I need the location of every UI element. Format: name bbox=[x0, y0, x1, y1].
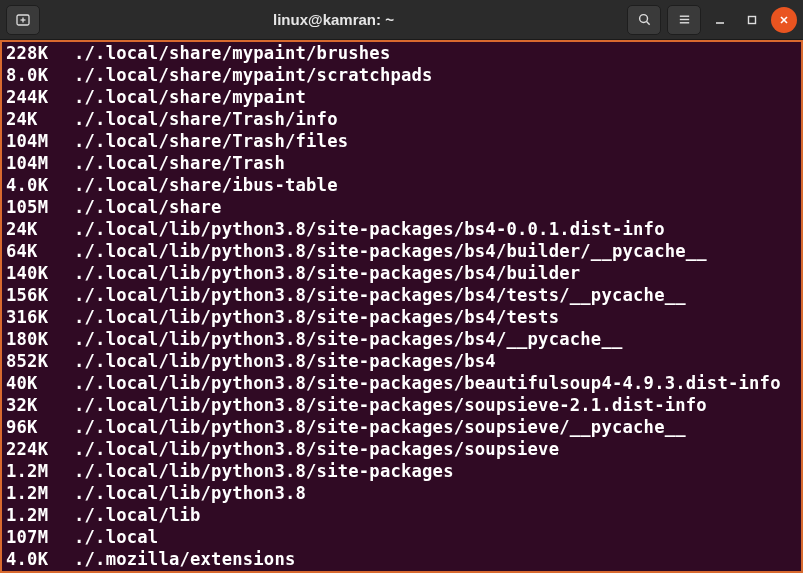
svg-rect-9 bbox=[749, 16, 756, 23]
size-value: 32K bbox=[6, 394, 74, 416]
titlebar-right bbox=[627, 5, 797, 35]
size-value: 228K bbox=[6, 42, 74, 64]
search-icon bbox=[637, 12, 652, 27]
output-line: 244K./.local/share/mypaint bbox=[6, 86, 797, 108]
path-value: ./.local/lib bbox=[74, 504, 797, 526]
path-value: ./.mozilla/extensions bbox=[74, 548, 797, 570]
svg-line-4 bbox=[646, 22, 649, 25]
output-line: 4.0K./.local/share/ibus-table bbox=[6, 174, 797, 196]
output-line: 180K./.local/lib/python3.8/site-packages… bbox=[6, 328, 797, 350]
size-value: 24K bbox=[6, 108, 74, 130]
path-value: ./.local/lib/python3.8/site-packages/bs4… bbox=[74, 218, 797, 240]
size-value: 105M bbox=[6, 196, 74, 218]
path-value: ./.local/share/mypaint/brushes bbox=[74, 42, 797, 64]
output-line: 40K./.local/lib/python3.8/site-packages/… bbox=[6, 372, 797, 394]
close-icon bbox=[778, 14, 790, 26]
path-value: ./.local/lib/python3.8/site-packages/bs4 bbox=[74, 350, 797, 372]
size-value: 1.2M bbox=[6, 504, 74, 526]
size-value: 8.0K bbox=[6, 64, 74, 86]
new-tab-button[interactable] bbox=[6, 5, 40, 35]
titlebar: linux@kamran: ~ bbox=[0, 0, 803, 40]
output-line: 1.2M./.local/lib/python3.8 bbox=[6, 482, 797, 504]
size-value: 180K bbox=[6, 328, 74, 350]
output-line: 8.0K./.local/share/mypaint/scratchpads bbox=[6, 64, 797, 86]
output-line: 64K./.local/lib/python3.8/site-packages/… bbox=[6, 240, 797, 262]
size-value: 852K bbox=[6, 350, 74, 372]
output-line: 105M./.local/share bbox=[6, 196, 797, 218]
size-value: 104M bbox=[6, 130, 74, 152]
menu-button[interactable] bbox=[667, 5, 701, 35]
size-value: 1.2M bbox=[6, 460, 74, 482]
output-line: 224K./.local/lib/python3.8/site-packages… bbox=[6, 438, 797, 460]
terminal-output: 228K./.local/share/mypaint/brushes8.0K./… bbox=[6, 42, 797, 570]
size-value: 107M bbox=[6, 526, 74, 548]
path-value: ./.local/share/mypaint bbox=[74, 86, 797, 108]
size-value: 1.2M bbox=[6, 482, 74, 504]
path-value: ./.local/lib/python3.8/site-packages bbox=[74, 460, 797, 482]
size-value: 140K bbox=[6, 262, 74, 284]
size-value: 224K bbox=[6, 438, 74, 460]
output-line: 107M./.local bbox=[6, 526, 797, 548]
size-value: 4.0K bbox=[6, 174, 74, 196]
maximize-button[interactable] bbox=[739, 7, 765, 33]
path-value: ./.local/share/Trash bbox=[74, 152, 797, 174]
output-line: 852K./.local/lib/python3.8/site-packages… bbox=[6, 350, 797, 372]
path-value: ./.local/share/Trash/info bbox=[74, 108, 797, 130]
size-value: 244K bbox=[6, 86, 74, 108]
hamburger-icon bbox=[677, 12, 692, 27]
search-button[interactable] bbox=[627, 5, 661, 35]
path-value: ./.local/lib/python3.8/site-packages/bs4… bbox=[74, 328, 797, 350]
path-value: ./.local/lib/python3.8/site-packages/sou… bbox=[74, 416, 797, 438]
path-value: ./.local/lib/python3.8/site-packages/sou… bbox=[74, 394, 797, 416]
path-value: ./.local bbox=[74, 526, 797, 548]
terminal-viewport[interactable]: 228K./.local/share/mypaint/brushes8.0K./… bbox=[0, 40, 803, 573]
output-line: 32K./.local/lib/python3.8/site-packages/… bbox=[6, 394, 797, 416]
output-line: 96K./.local/lib/python3.8/site-packages/… bbox=[6, 416, 797, 438]
output-line: 228K./.local/share/mypaint/brushes bbox=[6, 42, 797, 64]
output-line: 24K./.local/share/Trash/info bbox=[6, 108, 797, 130]
size-value: 64K bbox=[6, 240, 74, 262]
path-value: ./.local/lib/python3.8/site-packages/sou… bbox=[74, 438, 797, 460]
output-line: 316K./.local/lib/python3.8/site-packages… bbox=[6, 306, 797, 328]
path-value: ./.local/lib/python3.8/site-packages/bs4… bbox=[74, 240, 797, 262]
path-value: ./.local/lib/python3.8/site-packages/bs4… bbox=[74, 306, 797, 328]
size-value: 316K bbox=[6, 306, 74, 328]
size-value: 4.0K bbox=[6, 548, 74, 570]
size-value: 40K bbox=[6, 372, 74, 394]
maximize-icon bbox=[746, 14, 758, 26]
path-value: ./.local/lib/python3.8/site-packages/bs4… bbox=[74, 284, 797, 306]
minimize-icon bbox=[714, 14, 726, 26]
svg-point-3 bbox=[639, 15, 647, 23]
output-line: 1.2M./.local/lib bbox=[6, 504, 797, 526]
output-line: 1.2M./.local/lib/python3.8/site-packages bbox=[6, 460, 797, 482]
path-value: ./.local/share bbox=[74, 196, 797, 218]
output-line: 140K./.local/lib/python3.8/site-packages… bbox=[6, 262, 797, 284]
path-value: ./.local/share/mypaint/scratchpads bbox=[74, 64, 797, 86]
size-value: 24K bbox=[6, 218, 74, 240]
size-value: 104M bbox=[6, 152, 74, 174]
minimize-button[interactable] bbox=[707, 7, 733, 33]
new-tab-icon bbox=[15, 12, 31, 28]
output-line: 104M./.local/share/Trash bbox=[6, 152, 797, 174]
output-line: 104M./.local/share/Trash/files bbox=[6, 130, 797, 152]
output-line: 156K./.local/lib/python3.8/site-packages… bbox=[6, 284, 797, 306]
close-button[interactable] bbox=[771, 7, 797, 33]
size-value: 96K bbox=[6, 416, 74, 438]
output-line: 4.0K./.mozilla/extensions bbox=[6, 548, 797, 570]
path-value: ./.local/lib/python3.8/site-packages/bea… bbox=[74, 372, 797, 394]
window-title: linux@kamran: ~ bbox=[46, 11, 621, 28]
size-value: 156K bbox=[6, 284, 74, 306]
path-value: ./.local/lib/python3.8/site-packages/bs4… bbox=[74, 262, 797, 284]
path-value: ./.local/lib/python3.8 bbox=[74, 482, 797, 504]
path-value: ./.local/share/ibus-table bbox=[74, 174, 797, 196]
titlebar-left bbox=[6, 5, 40, 35]
output-line: 24K./.local/lib/python3.8/site-packages/… bbox=[6, 218, 797, 240]
path-value: ./.local/share/Trash/files bbox=[74, 130, 797, 152]
